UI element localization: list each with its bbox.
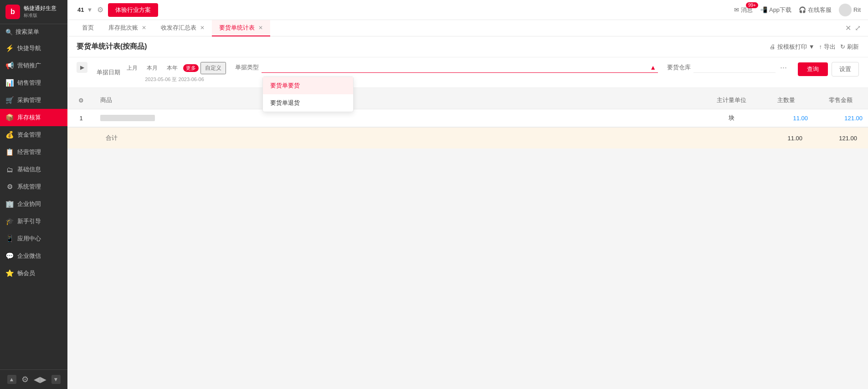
online-service-label: 在线客服 (808, 6, 832, 14)
sidebar-item-system[interactable]: ⚙ 系统管理 (0, 178, 67, 195)
logo-icon: b (5, 5, 20, 19)
wechat-icon: 💬 (5, 252, 14, 260)
page-title: 要货单统计表(按商品) (77, 42, 147, 51)
warehouse-filter-section: 要货仓库 ··· (667, 62, 789, 73)
tab-close-order-summary[interactable]: ✕ (258, 25, 263, 31)
page-header: 要货单统计表(按商品) 🖨 按模板打印 ▼ ↑ 导出 ↻ 刷新 (67, 36, 868, 57)
export-icon: ↑ (819, 43, 822, 50)
export-button[interactable]: ↑ 导出 (819, 43, 836, 51)
print-dropdown-icon[interactable]: ▼ (809, 43, 815, 50)
user-name: Rit (853, 6, 861, 13)
sidebar-item-vip[interactable]: ⭐ 畅会员 (0, 265, 67, 282)
date-range-display: 2023-05-06 至 2023-06-06 (145, 76, 204, 83)
quick-nav-icon: ⚡ (5, 44, 14, 52)
date-last-month-btn[interactable]: 上月 (123, 63, 141, 73)
sidebar-settings-icon[interactable]: ⚙ (21, 374, 29, 384)
date-this-month-btn[interactable]: 本月 (143, 63, 161, 73)
sidebar-item-marketing[interactable]: 📢 营销推广 (0, 57, 67, 74)
sidebar-item-apps[interactable]: 📱 应用中心 (0, 230, 67, 247)
user-menu[interactable]: Rit (839, 4, 861, 16)
content-area: 要货单统计表(按商品) 🖨 按模板打印 ▼ ↑ 导出 ↻ 刷新 ▶ (67, 36, 868, 389)
tabs-maximize-icon[interactable]: ⤢ (855, 24, 861, 32)
type-filter-label: 单据类型 (235, 63, 259, 72)
messages-button[interactable]: ✉ 消息 99+ (734, 6, 753, 14)
sidebar-bottom: ▲ ⚙ ◀▶ ▼ (0, 369, 67, 389)
amount-link[interactable]: 121.00 (844, 115, 863, 122)
type-filter-input[interactable] (262, 62, 648, 72)
sidebar-item-enterprise[interactable]: 🏢 企业协同 (0, 195, 67, 213)
footer-amount: 121.00 (808, 132, 863, 144)
search-menu-button[interactable]: 🔍 搜索菜单 (0, 24, 67, 40)
query-button[interactable]: 查询 (798, 62, 828, 76)
online-service-button[interactable]: 🎧 在线客服 (799, 6, 832, 14)
trial-button[interactable]: 体验行业方案 (108, 3, 158, 17)
sidebar-item-guide[interactable]: 🎓 新手引导 (0, 213, 67, 230)
sidebar-item-basic[interactable]: 🗂 基础信息 (0, 161, 67, 178)
store-info: 41 ▼ (75, 6, 92, 13)
date-more-badge[interactable]: 更多 (183, 64, 199, 72)
th-settings[interactable]: ⚙ (67, 92, 95, 109)
store-dropdown-icon[interactable]: ▼ (87, 6, 92, 13)
warehouse-filter-input[interactable] (693, 62, 776, 73)
tab-home[interactable]: 首页 (75, 20, 101, 36)
tab-close-inventory-batch[interactable]: ✕ (142, 25, 146, 31)
tabs-bar: 首页 库存批次账 ✕ 收发存汇总表 ✕ 要货单统计表 ✕ ✕ ⤢ (67, 20, 868, 36)
vip-icon: ⭐ (5, 269, 14, 277)
refresh-button[interactable]: ↻ 刷新 (840, 43, 859, 51)
logo-sub: 标准版 (24, 12, 56, 19)
th-quantity: 主数量 (759, 92, 813, 109)
dropdown-item-order-return[interactable]: 要货单退货 (263, 94, 353, 112)
sidebar-item-finance[interactable]: 💰 资金管理 (0, 126, 67, 143)
logo-text: 畅捷通好生意 (24, 5, 56, 12)
tab-inventory-batch[interactable]: 库存批次账 ✕ (101, 20, 154, 36)
sidebar-scroll-down[interactable]: ▼ (51, 375, 61, 384)
warehouse-more-icon[interactable]: ··· (778, 63, 789, 72)
sidebar-item-wechat[interactable]: 💬 企业微信 (0, 247, 67, 265)
purchase-icon: 🛒 (5, 96, 14, 104)
sidebar-item-quick-nav[interactable]: ⚡ 快捷导航 (0, 40, 67, 57)
messages-badge: 99+ (746, 2, 758, 8)
footer-empty-unit (699, 132, 753, 144)
tabs-close-all-icon[interactable]: ✕ (845, 24, 851, 32)
guide-icon: 🎓 (5, 217, 14, 225)
tab-order-summary[interactable]: 要货单统计表 ✕ (212, 20, 270, 36)
topbar-gear-icon[interactable]: ⚙ (97, 5, 103, 14)
table-row: 1 块 11.00 121.00 (67, 109, 868, 127)
dropdown-item-order-goods[interactable]: 要货单要货 (263, 77, 353, 94)
basic-icon: 🗂 (5, 165, 14, 174)
apps-icon: 📱 (5, 235, 14, 243)
sidebar-item-sales[interactable]: 📊 销售管理 (0, 74, 67, 92)
sidebar-item-purchase[interactable]: 🛒 采购管理 (0, 92, 67, 109)
data-table: ⚙ 商品 主计量单位 主数量 零售金额 1 (67, 92, 868, 127)
tab-close-receivable-summary[interactable]: ✕ (200, 25, 205, 31)
main-area: 41 ▼ ⚙ 体验行业方案 ✉ 消息 99+ 📲 App下载 🎧 在线客服 R (67, 0, 868, 389)
sidebar-collapse-icon[interactable]: ◀▶ (34, 374, 46, 384)
print-icon: 🖨 (770, 43, 776, 50)
table-header: ⚙ 商品 主计量单位 主数量 零售金额 (67, 92, 868, 109)
td-product (95, 109, 704, 127)
date-this-year-btn[interactable]: 本年 (163, 63, 181, 73)
filter-actions: 查询 设置 (798, 62, 859, 77)
sidebar-logo: b 畅捷通好生意 标准版 (0, 0, 67, 24)
operation-icon: 📋 (5, 148, 14, 156)
tab-receivable-summary[interactable]: 收发存汇总表 ✕ (154, 20, 212, 36)
sidebar-scroll-up[interactable]: ▲ (7, 375, 16, 384)
print-button[interactable]: 🖨 按模板打印 ▼ (770, 43, 815, 51)
warehouse-filter-label: 要货仓库 (667, 63, 691, 72)
settings-button[interactable]: 设置 (832, 62, 859, 77)
store-number: 41 (77, 6, 84, 13)
refresh-icon: ↻ (840, 43, 845, 50)
user-avatar (839, 4, 852, 16)
filter-bar: ▶ 单据日期 上月 本月 本年 更多 自定义 2023-05-06 至 2023… (67, 57, 868, 88)
sidebar-item-operation[interactable]: 📋 经营管理 (0, 143, 67, 161)
type-dropdown-chevron[interactable]: ▲ (648, 64, 658, 71)
date-custom-btn[interactable]: 自定义 (200, 62, 226, 74)
date-filter-section: 单据日期 上月 本月 本年 更多 自定义 2023-05-06 至 2023-0… (97, 62, 226, 83)
search-icon: 🔍 (5, 29, 13, 36)
app-download-button[interactable]: 📲 App下载 (760, 6, 791, 14)
type-input-wrapper: ▲ (262, 62, 658, 73)
app-download-label: App下载 (769, 6, 791, 14)
filter-expand-button[interactable]: ▶ (77, 62, 87, 73)
sidebar-item-inventory[interactable]: 📦 库存核算 (0, 109, 67, 126)
quantity-link[interactable]: 11.00 (793, 115, 808, 122)
